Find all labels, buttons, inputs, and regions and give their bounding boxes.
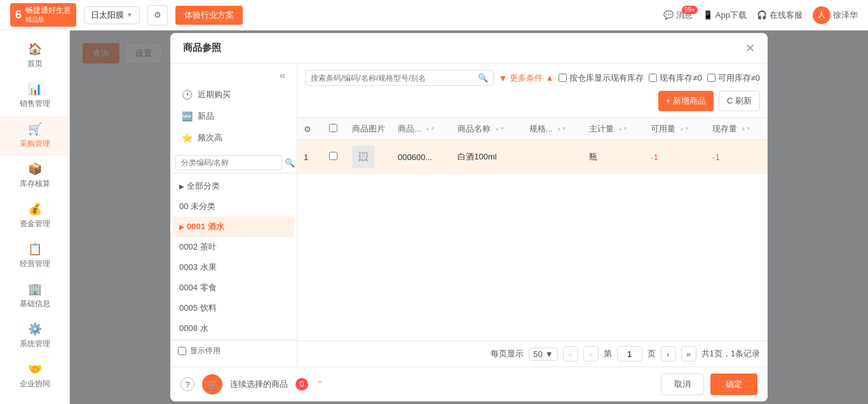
category-water[interactable]: 0008 水 <box>173 318 294 339</box>
sort-name-icon[interactable]: ▲▼ <box>494 126 505 131</box>
total-info: 共1页，1条记录 <box>702 348 760 360</box>
frequent-item[interactable]: ⭐ 频次高 <box>175 128 292 147</box>
cancel-button[interactable]: 取消 <box>661 374 704 395</box>
settings-icon[interactable]: ⚙ <box>304 125 311 134</box>
product-search-icon[interactable]: 🔍 <box>478 73 488 83</box>
checkbox-stock-label: 现有库存≠0 <box>660 72 702 84</box>
collapse-panel-button[interactable]: « <box>276 69 289 83</box>
category-uncategorized[interactable]: 00 未分类 <box>173 196 294 217</box>
recent-purchase-item[interactable]: 🕐 近期购买 <box>175 85 292 104</box>
checkbox-by-warehouse[interactable]: 按仓库显示现有库存 <box>559 72 644 84</box>
modal-title: 商品参照 <box>183 42 221 54</box>
more-filter-button[interactable]: ▼ 更多条件 ▲ <box>499 72 554 84</box>
available-not-zero-checkbox[interactable] <box>707 74 715 82</box>
sidebar-item-basic[interactable]: 🏢 基础信息 <box>0 276 69 316</box>
table-row[interactable]: 1 🖼 000600... 白酒100ml <box>297 140 768 174</box>
checkbox-available-label: 可用库存≠0 <box>718 72 760 84</box>
cart-button[interactable]: 🛒 <box>202 374 222 394</box>
last-page-button[interactable]: » <box>681 346 696 361</box>
confirm-button[interactable]: 确定 <box>710 374 757 395</box>
sidebar-item-purchase[interactable]: 🛒 采购管理 <box>0 116 69 156</box>
sort-spec-icon[interactable]: ▲▼ <box>557 126 567 131</box>
gear-button[interactable]: ⚙ <box>147 5 168 25</box>
experience-button[interactable]: 体验行业方案 <box>175 6 243 25</box>
active-arrow-icon: ▶ <box>179 224 184 231</box>
category-liquor-label: 0001 酒水 <box>187 221 224 232</box>
sidebar-label-home: 首页 <box>27 58 43 69</box>
clock-icon: 🕐 <box>182 90 193 100</box>
sort-unit-icon[interactable]: ▲▼ <box>618 126 628 131</box>
sidebar-item-inventory[interactable]: 📦 库存核算 <box>0 156 69 196</box>
add-product-button[interactable]: + 新增商品 <box>658 91 714 111</box>
col-checkbox <box>323 118 346 140</box>
table-header: ⚙ 商品图片 <box>297 118 768 140</box>
chevron-down-icon: ▼ <box>126 11 133 18</box>
sidebar-item-corp[interactable]: 🤝 企业协同 <box>0 356 69 396</box>
filter-up-icon: ▲ <box>545 73 553 83</box>
basic-icon: 🏢 <box>28 282 42 296</box>
category-snacks[interactable]: 0004 零食 <box>173 278 294 298</box>
nav-selector[interactable]: 日太阳膜 ▼ <box>84 6 140 24</box>
category-drinks[interactable]: 0005 饮料 <box>173 298 294 318</box>
select-all-checkbox[interactable] <box>329 124 337 132</box>
sort-stock-icon[interactable]: ▲▼ <box>741 126 751 131</box>
finance-icon: 💰 <box>28 202 42 216</box>
category-liquor[interactable]: ▶ 0001 酒水 <box>173 217 294 237</box>
sidebar-item-guide[interactable]: 📖 新手引导 <box>0 396 69 404</box>
sidebar-item-sales[interactable]: 📊 销售管理 <box>0 76 69 116</box>
user-menu[interactable]: 人 徐泽华 <box>813 6 858 24</box>
star-icon: ⭐ <box>182 133 193 143</box>
recent-purchase-label: 近期购买 <box>198 89 231 100</box>
footer-actions: 取消 确定 <box>661 374 757 395</box>
avatar: 人 <box>813 6 831 24</box>
stock-not-zero-checkbox[interactable] <box>649 74 657 82</box>
checkbox-by-warehouse-label: 按仓库显示现有库存 <box>569 72 644 84</box>
new-product-item[interactable]: 🆕 新品 <box>175 107 292 126</box>
sort-available-icon[interactable]: ▲▼ <box>679 126 689 131</box>
modal-close-button[interactable]: ✕ <box>745 43 755 54</box>
message-badge: 99+ <box>682 6 698 14</box>
col-unit-label: 主计量 <box>589 123 614 135</box>
product-reference-modal: 商品参照 ✕ « 🕐 近期购买 <box>170 33 768 401</box>
col-spec-label: 规格... <box>529 123 553 135</box>
first-page-button[interactable]: « <box>563 346 578 361</box>
sidebar-label-inventory: 库存核算 <box>20 178 50 189</box>
collapse-footer-icon[interactable]: ⌃ <box>316 379 324 391</box>
per-page-value: 50 <box>533 349 542 359</box>
category-tea[interactable]: 0002 茶叶 <box>173 237 294 257</box>
cell-unit: 瓶 <box>583 140 644 174</box>
refresh-button[interactable]: C 刷新 <box>719 91 760 111</box>
row-checkbox[interactable] <box>329 152 337 160</box>
checkbox-available-not-zero[interactable]: 可用库存≠0 <box>707 72 760 84</box>
app-download-button[interactable]: 📱 App下载 <box>703 10 747 21</box>
category-all[interactable]: ▶ 全部分类 <box>173 176 294 196</box>
nav-selector-label: 日太阳膜 <box>91 10 124 21</box>
product-search-input[interactable] <box>311 74 475 83</box>
prev-page-button[interactable]: ‹ <box>583 346 599 361</box>
cell-index: 1 <box>297 140 323 174</box>
modal-overlay: 商品参照 ✕ « 🕐 近期购买 <box>70 30 868 404</box>
sidebar-item-management[interactable]: 📋 经营管理 <box>0 236 69 276</box>
message-button[interactable]: 💬 消息 99+ <box>663 10 693 21</box>
new-icon: 🆕 <box>182 111 193 121</box>
checkbox-stock-not-zero[interactable]: 现有库存≠0 <box>649 72 702 84</box>
page-input[interactable] <box>617 346 642 361</box>
sidebar-item-finance[interactable]: 💰 资金管理 <box>0 196 69 236</box>
col-unit: 主计量 ▲▼ <box>583 118 644 140</box>
cell-stock: -1 <box>706 140 768 174</box>
product-search-box[interactable]: 🔍 <box>305 70 494 86</box>
help-button[interactable]: ? <box>180 377 194 391</box>
category-search-input[interactable] <box>175 155 282 170</box>
col-image-label: 商品图片 <box>352 123 385 135</box>
show-disabled-checkbox[interactable] <box>178 347 186 355</box>
customer-service-button[interactable]: 🎧 在线客服 <box>757 10 803 21</box>
sidebar-item-system[interactable]: ⚙️ 系统管理 <box>0 316 69 356</box>
next-page-button[interactable]: › <box>661 346 676 361</box>
category-fruit[interactable]: 0003 水果 <box>173 257 294 278</box>
per-page-select[interactable]: 50 ▼ <box>529 347 557 361</box>
sort-code-icon[interactable]: ▲▼ <box>425 126 435 131</box>
by-warehouse-checkbox[interactable] <box>559 74 567 82</box>
category-search-icon[interactable]: 🔍 <box>285 158 295 168</box>
sidebar-item-home[interactable]: 🏠 首页 <box>0 36 69 76</box>
sidebar-label-purchase: 采购管理 <box>20 138 50 149</box>
